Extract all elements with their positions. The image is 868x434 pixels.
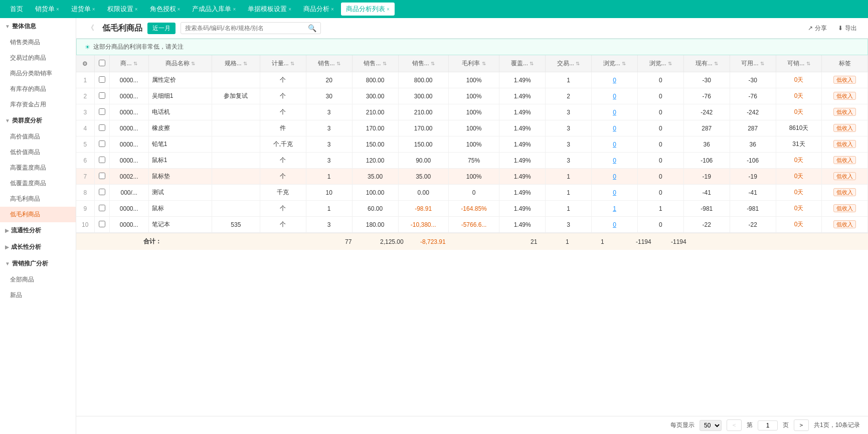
prev-page-button[interactable]: ＜ (727, 419, 742, 431)
col-tag[interactable]: 标签 (822, 55, 868, 72)
row-checkbox-9[interactable] (94, 201, 109, 217)
sidebar-item-high-value[interactable]: 高价值商品 (0, 129, 76, 144)
page-number-input[interactable] (758, 420, 778, 430)
sidebar-item-stock-capital[interactable]: 库存资金占用 (0, 97, 76, 112)
col-gross-rate[interactable]: 毛利率 ⇅ (448, 55, 499, 72)
row-current-6: -106 (683, 153, 730, 169)
nav-close-product-analysis[interactable]: × (331, 7, 334, 12)
sidebar-group-overall[interactable]: ▼ 整体信息 (0, 18, 76, 35)
row-checkbox-8[interactable] (94, 185, 109, 201)
row-browse1-10[interactable]: 0 (592, 217, 638, 233)
settings-icon[interactable]: ⚙ (82, 60, 88, 67)
col-unit[interactable]: 计量... ⇅ (260, 55, 306, 72)
sidebar-item-low-coverage[interactable]: 低覆盖度商品 (0, 176, 76, 191)
nav-close-template-settings[interactable]: × (288, 7, 291, 12)
sidebar-group-cluster[interactable]: ▼ 类群度分析 (0, 112, 76, 129)
per-page-select[interactable]: 50 (700, 420, 722, 431)
sidebar-item-category-rate[interactable]: 商品分类助销率 (0, 66, 76, 81)
row-unit-8: 千克 (260, 185, 306, 201)
nav-close-role-auth[interactable]: × (178, 7, 181, 12)
sidebar-item-sales-goods[interactable]: 销售类商品 (0, 35, 76, 50)
col-sales-amount[interactable]: 销售... ⇅ (398, 55, 448, 72)
nav-role-auth[interactable]: 角色授权 × (145, 3, 186, 16)
col-trade[interactable]: 交易... ⇅ (546, 55, 592, 72)
row-browse1-9[interactable]: 1 (592, 201, 638, 217)
row-sales-qty-1: 20 (306, 72, 352, 88)
row-checkbox-10[interactable] (94, 217, 109, 233)
table-row: 6 0000... 鼠标1 个 3 120.00 90.00 75% 1.49%… (76, 153, 868, 169)
row-browse1-8[interactable]: 0 (592, 185, 638, 201)
nav-template-settings[interactable]: 单据模板设置 × (243, 3, 296, 16)
col-checkbox[interactable] (94, 55, 109, 72)
sidebar-item-traded-goods[interactable]: 交易过的商品 (0, 50, 76, 66)
col-browse1[interactable]: 浏览... ⇅ (592, 55, 638, 72)
sidebar-item-low-margin[interactable]: 低毛利商品 (0, 207, 76, 222)
row-checkbox-1[interactable] (94, 72, 109, 88)
col-browse2[interactable]: 浏览... ⇅ (637, 55, 683, 72)
row-unit-7: 个 (260, 169, 306, 185)
nav-home[interactable]: 首页 (5, 3, 28, 16)
sidebar-group-growth[interactable]: ▶ 成长性分析 (0, 239, 76, 255)
row-browse1-6[interactable]: 0 (592, 153, 638, 169)
page-suffix-label: 页 (783, 421, 789, 429)
col-code[interactable]: 商... ⇅ (109, 55, 148, 72)
search-icon[interactable]: 🔍 (308, 24, 316, 32)
row-checkbox-3[interactable] (94, 104, 109, 120)
col-name[interactable]: 商品名称 ⇅ (148, 55, 212, 72)
nav-close-purchase-order[interactable]: × (92, 7, 95, 12)
col-current[interactable]: 现有... ⇅ (683, 55, 730, 72)
row-browse1-7[interactable]: 0 (592, 169, 638, 185)
col-spec[interactable]: 规格... ⇅ (212, 55, 260, 72)
sidebar-item-high-coverage[interactable]: 高覆盖度商品 (0, 160, 76, 176)
col-available[interactable]: 可用... ⇅ (730, 55, 776, 72)
nav-close-product-inbound[interactable]: × (233, 7, 236, 12)
row-unit-3: 个 (260, 104, 306, 120)
nav-product-inbound[interactable]: 产成品入库单 × (187, 3, 241, 16)
sidebar-group-liquidity[interactable]: ▶ 流通性分析 (0, 222, 76, 239)
sidebar-item-instock-goods[interactable]: 有库存的商品 (0, 81, 76, 97)
row-available-7: -19 (730, 169, 776, 185)
share-button[interactable]: ↗ 分享 (805, 23, 830, 34)
col-saleable[interactable]: 可销... ⇅ (776, 55, 822, 72)
col-sales-price[interactable]: 销售... ⇅ (352, 55, 398, 72)
nav-sales-order[interactable]: 销货单 × (30, 3, 64, 16)
sidebar-item-low-value[interactable]: 低价值商品 (0, 144, 76, 160)
nav-product-analysis[interactable]: 商品分析 × (298, 3, 339, 16)
share-icon: ↗ (808, 25, 813, 32)
row-checkbox-4[interactable] (94, 120, 109, 136)
row-checkbox-6[interactable] (94, 153, 109, 169)
row-browse1-4[interactable]: 0 (592, 120, 638, 136)
nav-permissions[interactable]: 权限设置 × (102, 3, 143, 16)
row-browse1-5[interactable]: 0 (592, 136, 638, 153)
nav-close-sales-order[interactable]: × (56, 7, 59, 12)
col-sales-qty[interactable]: 销售... ⇅ (306, 55, 352, 72)
sidebar-item-all-goods[interactable]: 全部商品 (0, 272, 76, 287)
col-coverage[interactable]: 覆盖... ⇅ (499, 55, 546, 72)
search-input[interactable] (185, 25, 305, 32)
row-checkbox-5[interactable] (94, 136, 109, 153)
export-button[interactable]: ⬇ 导出 (835, 23, 860, 34)
select-all-checkbox[interactable] (99, 60, 105, 66)
row-browse2-2: 0 (637, 88, 683, 104)
row-browse1-2[interactable]: 0 (592, 88, 638, 104)
row-checkbox-2[interactable] (94, 88, 109, 104)
row-name-10: 笔记本 (148, 217, 212, 233)
table-container[interactable]: ⚙ 商... ⇅ 商品名称 ⇅ 规格... ⇅ 计量... ⇅ 销售... ⇅ … (76, 55, 868, 416)
col-settings[interactable]: ⚙ (76, 55, 94, 72)
nav-close-permissions[interactable]: × (135, 7, 138, 12)
sidebar-item-new-goods[interactable]: 新品 (0, 287, 76, 303)
row-sales-qty-6: 3 (306, 153, 352, 169)
period-button[interactable]: 近一月 (147, 23, 176, 34)
row-checkbox-7[interactable] (94, 169, 109, 185)
sidebar-group-marketing[interactable]: ▼ 营销推广分析 (0, 255, 76, 272)
row-browse1-1[interactable]: 0 (592, 72, 638, 88)
row-browse1-3[interactable]: 0 (592, 104, 638, 120)
sidebar-collapse-btn[interactable]: 《 (84, 24, 97, 33)
nav-product-analysis-list[interactable]: 商品分析列表 × (341, 3, 395, 16)
nav-close-product-analysis-list[interactable]: × (387, 7, 390, 12)
row-code-4: 0000... (109, 120, 148, 136)
sidebar-item-high-margin[interactable]: 高毛利商品 (0, 191, 76, 207)
row-available-4: 287 (730, 120, 776, 136)
next-page-button[interactable]: ＞ (794, 419, 809, 431)
nav-purchase-order[interactable]: 进货单 × (66, 3, 100, 16)
